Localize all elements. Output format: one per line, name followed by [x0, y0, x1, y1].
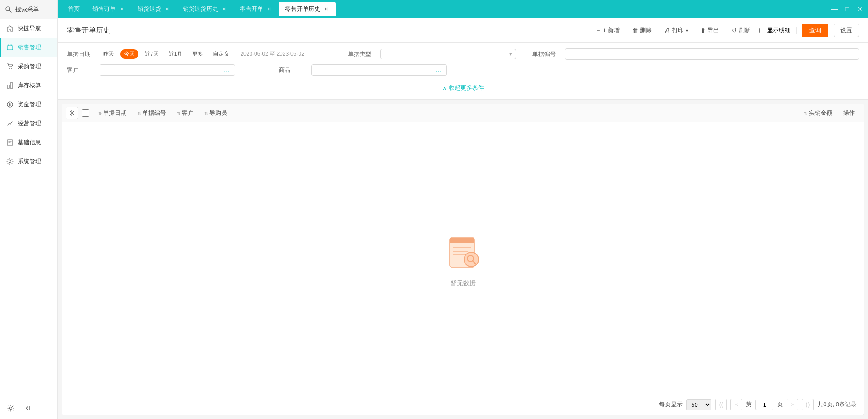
minimize-btn[interactable]: — — [830, 5, 839, 14]
date-last7-btn[interactable]: 近7天 — [141, 49, 162, 59]
select-all-checkbox[interactable] — [82, 109, 89, 117]
page-header: 零售开单历史 ＋ + 新增 🗑 删除 🖨 打印 ▾ ⬆ 导出 — [58, 18, 868, 43]
tab-retail-open-close[interactable]: ✕ — [266, 6, 272, 12]
svg-rect-2 — [7, 46, 13, 50]
bill-type-arrow: ▾ — [509, 51, 512, 57]
search-icon — [5, 5, 13, 14]
table-settings-btn[interactable] — [66, 107, 78, 119]
bill-type-label: 单据类型 — [348, 50, 373, 58]
sort-icon-customer[interactable]: ⇅ — [177, 111, 180, 116]
settings-bottom-btn[interactable] — [5, 402, 17, 414]
print-icon: 🖨 — [664, 27, 670, 34]
maximize-btn[interactable]: □ — [843, 5, 852, 14]
tab-retail-open[interactable]: 零售开单 ✕ — [233, 2, 279, 16]
sidebar-item-finance[interactable]: 资金管理 — [0, 95, 57, 114]
date-today-btn[interactable]: 今天 — [120, 49, 138, 59]
pagination: 每页显示 50 10 20 100 ⟨⟨ ＜ 第 页 ＞ ⟩⟩ 共0页, 0条记… — [62, 394, 864, 415]
delete-label: 删除 — [640, 26, 652, 34]
page-title: 零售开单历史 — [67, 26, 110, 35]
tab-sales-return-close[interactable]: ✕ — [164, 6, 170, 12]
settings-button[interactable]: 设置 — [834, 24, 859, 37]
refresh-icon: ↺ — [732, 27, 737, 34]
sort-icon-guide[interactable]: ⇅ — [204, 111, 208, 116]
sidebar-item-label: 经营管理 — [18, 119, 41, 127]
date-more-btn[interactable]: 更多 — [189, 49, 207, 59]
refresh-button[interactable]: ↺ 刷新 — [728, 24, 754, 36]
product-select[interactable]: ... — [311, 64, 447, 76]
svg-rect-14 — [450, 238, 474, 243]
tab-sales-return-history[interactable]: 销货退货历史 ✕ — [176, 2, 233, 16]
product-ellipsis[interactable]: ... — [434, 66, 443, 74]
tab-retail-open-history-close[interactable]: ✕ — [323, 6, 329, 12]
sidebar-item-system[interactable]: 系统管理 — [0, 152, 57, 171]
bill-no-input[interactable] — [565, 48, 859, 60]
add-icon: ＋ — [595, 26, 601, 34]
sidebar-item-label: 基础信息 — [18, 138, 41, 146]
print-label: 打印 — [672, 26, 684, 34]
basic-icon — [6, 138, 14, 146]
sort-icon-amount[interactable]: ⇅ — [804, 111, 807, 116]
delete-button[interactable]: 🗑 删除 — [629, 24, 655, 36]
prev-page-btn[interactable]: ＜ — [730, 399, 742, 410]
filter-row-customer: 客户 ... 商品 ... — [67, 64, 859, 76]
add-button[interactable]: ＋ + 新增 — [592, 24, 623, 36]
tab-sales-return[interactable]: 销货退货 ✕ — [131, 2, 176, 16]
query-button[interactable]: 查询 — [802, 24, 828, 37]
date-yesterday-btn[interactable]: 昨天 — [100, 49, 118, 59]
tab-home-label: 首页 — [68, 5, 80, 13]
first-page-btn[interactable]: ⟨⟨ — [715, 399, 727, 410]
delete-icon: 🗑 — [632, 27, 638, 34]
customer-select[interactable]: ... — [100, 64, 235, 76]
next-page-btn[interactable]: ＞ — [787, 399, 798, 410]
customer-ellipsis[interactable]: ... — [222, 66, 231, 74]
page-size-select[interactable]: 50 10 20 100 — [686, 399, 711, 410]
collapse-row: ∧ 收起更多条件 — [67, 80, 859, 96]
last-page-btn[interactable]: ⟩⟩ — [802, 399, 814, 410]
sidebar-item-label: 快捷导航 — [18, 24, 41, 33]
date-range-display: 2023-06-02 至 2023-06-02 — [240, 50, 304, 58]
sidebar-item-sales-mgmt[interactable]: 销售管理 — [0, 38, 57, 57]
svg-rect-6 — [10, 83, 13, 88]
print-button[interactable]: 🖨 打印 ▾ — [661, 24, 692, 36]
table-body: 暂无数据 — [62, 122, 864, 394]
sidebar-item-purchase-mgmt[interactable]: 采购管理 — [0, 57, 57, 76]
page-input[interactable] — [755, 400, 773, 410]
date-filter-label: 单据日期 — [67, 50, 92, 58]
sales-icon — [6, 43, 14, 52]
bill-type-select[interactable]: ▾ — [380, 49, 516, 59]
svg-point-9 — [9, 160, 11, 163]
collapse-sidebar-btn[interactable] — [21, 402, 33, 414]
sort-icon-date[interactable]: ⇅ — [98, 111, 102, 116]
main: 首页 销售订单 ✕ 销货退货 ✕ 销货退货历史 ✕ 零售开单 ✕ 零售开单历史 … — [58, 0, 868, 419]
export-button[interactable]: ⬆ 导出 — [697, 24, 723, 36]
sidebar-item-basic-info[interactable]: 基础信息 — [0, 133, 57, 152]
tab-sales-order-close[interactable]: ✕ — [119, 6, 125, 12]
toolbar: ＋ + 新增 🗑 删除 🖨 打印 ▾ ⬆ 导出 ↺ — [592, 24, 859, 37]
display-detail-toggle[interactable]: 显示明细 — [759, 26, 791, 34]
svg-point-12 — [71, 112, 73, 114]
sidebar-search[interactable]: 搜索采单 — [0, 0, 57, 19]
sidebar-item-operations[interactable]: 经营管理 — [0, 114, 57, 133]
sort-icon-no[interactable]: ⇅ — [138, 111, 141, 116]
tab-sales-order-label: 销售订单 — [92, 5, 116, 13]
sidebar-item-quick-nav[interactable]: 快捷导航 — [0, 19, 57, 38]
purchase-icon — [6, 62, 14, 71]
collapse-filter-btn[interactable]: ∧ 收起更多条件 — [437, 82, 489, 94]
table-col-no: ⇅ 单据编号 — [132, 109, 171, 117]
sidebar-item-label: 资金管理 — [18, 100, 41, 108]
sidebar-item-inventory[interactable]: 库存核算 — [0, 76, 57, 95]
date-last-month-btn[interactable]: 近1月 — [165, 49, 186, 59]
filter-dates: 昨天 今天 近7天 近1月 更多 自定义 — [100, 49, 233, 59]
table-col-guide: ⇅ 导购员 — [199, 109, 232, 117]
refresh-label: 刷新 — [739, 26, 750, 34]
tab-sales-return-history-close[interactable]: ✕ — [221, 6, 227, 12]
customer-label: 客户 — [67, 66, 92, 74]
tab-home[interactable]: 首页 — [62, 2, 86, 16]
table-col-action: 操作 — [838, 109, 860, 117]
tab-sales-order[interactable]: 销售订单 ✕ — [86, 2, 131, 16]
tab-retail-open-history[interactable]: 零售开单历史 ✕ — [279, 2, 336, 16]
display-detail-checkbox[interactable] — [759, 28, 765, 33]
close-btn[interactable]: ✕ — [855, 5, 864, 14]
date-custom-btn[interactable]: 自定义 — [209, 49, 233, 59]
svg-point-18 — [464, 252, 479, 267]
